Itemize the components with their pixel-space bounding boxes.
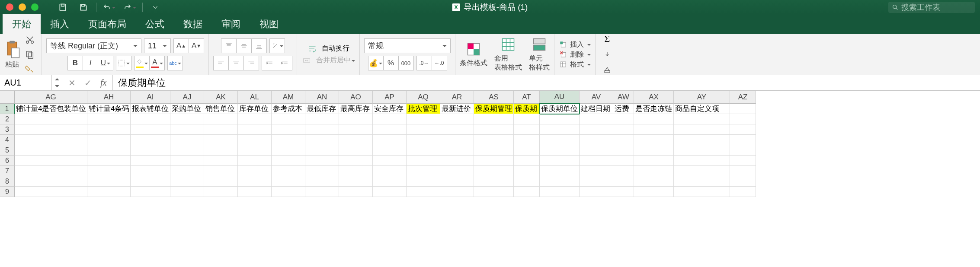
cell[interactable] bbox=[674, 135, 730, 145]
cell[interactable] bbox=[131, 124, 170, 135]
cell[interactable] bbox=[580, 124, 613, 135]
font-size-combo[interactable]: 11 bbox=[144, 38, 171, 53]
cell[interactable] bbox=[204, 114, 238, 124]
cell[interactable] bbox=[238, 114, 272, 124]
cell[interactable]: 辅计量4是否包装单位 bbox=[15, 104, 87, 114]
cell[interactable] bbox=[305, 145, 339, 156]
cell[interactable] bbox=[373, 156, 407, 166]
cell[interactable] bbox=[634, 187, 674, 197]
cell[interactable] bbox=[580, 114, 613, 124]
phonetic-button[interactable]: abc bbox=[167, 56, 183, 70]
cell[interactable]: 库存单位 bbox=[238, 104, 272, 114]
cell[interactable] bbox=[272, 135, 305, 145]
cell[interactable] bbox=[613, 114, 634, 124]
increase-indent-button[interactable] bbox=[277, 56, 292, 70]
column-header-AR[interactable]: AR bbox=[440, 91, 474, 104]
cell[interactable] bbox=[730, 156, 756, 166]
cell[interactable] bbox=[373, 114, 407, 124]
cell[interactable] bbox=[15, 124, 87, 135]
column-header-AJ[interactable]: AJ bbox=[170, 91, 204, 104]
cell[interactable] bbox=[272, 114, 305, 124]
cell[interactable] bbox=[15, 187, 87, 197]
search-box[interactable]: 搜索工作表 bbox=[888, 2, 975, 13]
cell[interactable] bbox=[407, 124, 440, 135]
cell[interactable] bbox=[634, 156, 674, 166]
cell[interactable] bbox=[15, 135, 87, 145]
cell[interactable] bbox=[474, 156, 514, 166]
cell[interactable] bbox=[540, 114, 580, 124]
cell[interactable] bbox=[373, 145, 407, 156]
decrease-font-button[interactable]: A▼ bbox=[189, 38, 204, 53]
fill-color-button[interactable] bbox=[134, 56, 150, 70]
cell[interactable] bbox=[440, 124, 474, 135]
cell[interactable] bbox=[474, 114, 514, 124]
cell[interactable] bbox=[131, 166, 170, 176]
column-header-AX[interactable]: AX bbox=[634, 91, 674, 104]
cell[interactable] bbox=[339, 124, 373, 135]
cell[interactable] bbox=[674, 145, 730, 156]
cell[interactable] bbox=[170, 124, 204, 135]
cell[interactable]: 运费 bbox=[613, 104, 634, 114]
cell[interactable] bbox=[580, 176, 613, 187]
cell[interactable] bbox=[87, 176, 131, 187]
cell[interactable] bbox=[613, 176, 634, 187]
cell[interactable] bbox=[373, 176, 407, 187]
customize-qat-button[interactable] bbox=[146, 1, 164, 14]
format-cells-button[interactable]: 格式 bbox=[559, 60, 591, 69]
cell[interactable] bbox=[634, 176, 674, 187]
cell[interactable] bbox=[674, 114, 730, 124]
wrap-text-button[interactable]: 自动换行 bbox=[322, 44, 349, 53]
cut-button[interactable] bbox=[22, 33, 37, 46]
cell[interactable] bbox=[87, 135, 131, 145]
cell[interactable] bbox=[407, 176, 440, 187]
row-header-6[interactable]: 6 bbox=[0, 156, 15, 166]
cell[interactable] bbox=[305, 156, 339, 166]
underline-button[interactable]: U bbox=[98, 56, 113, 70]
cell[interactable]: 最高库存 bbox=[339, 104, 373, 114]
cell[interactable] bbox=[407, 156, 440, 166]
tab-formulas[interactable]: 公式 bbox=[136, 13, 174, 34]
row-header-7[interactable]: 7 bbox=[0, 166, 15, 176]
cell[interactable] bbox=[204, 156, 238, 166]
cell[interactable]: 最低库存 bbox=[305, 104, 339, 114]
cell[interactable]: 安全库存 bbox=[373, 104, 407, 114]
borders-button[interactable] bbox=[116, 56, 131, 70]
column-header-AN[interactable]: AN bbox=[305, 91, 339, 104]
clear-button[interactable] bbox=[600, 64, 615, 76]
cell[interactable] bbox=[305, 124, 339, 135]
format-as-table-button[interactable]: 套用 表格格式 bbox=[494, 37, 522, 72]
tab-insert[interactable]: 插入 bbox=[41, 13, 79, 34]
cell[interactable] bbox=[204, 135, 238, 145]
cell[interactable] bbox=[238, 135, 272, 145]
cell[interactable] bbox=[613, 166, 634, 176]
cell[interactable] bbox=[580, 156, 613, 166]
cell[interactable] bbox=[204, 176, 238, 187]
cell[interactable] bbox=[373, 135, 407, 145]
cell[interactable] bbox=[407, 166, 440, 176]
cell[interactable] bbox=[204, 145, 238, 156]
cell[interactable] bbox=[15, 114, 87, 124]
bold-button[interactable]: B bbox=[67, 56, 83, 70]
cell[interactable]: 最新进价 bbox=[440, 104, 474, 114]
cell[interactable] bbox=[87, 156, 131, 166]
cell[interactable] bbox=[674, 176, 730, 187]
tab-review[interactable]: 审阅 bbox=[212, 13, 250, 34]
column-header-AI[interactable]: AI bbox=[131, 91, 170, 104]
cell[interactable] bbox=[170, 156, 204, 166]
cell[interactable] bbox=[204, 166, 238, 176]
cell[interactable] bbox=[674, 166, 730, 176]
cell[interactable] bbox=[580, 166, 613, 176]
cell[interactable] bbox=[440, 187, 474, 197]
row-header-4[interactable]: 4 bbox=[0, 135, 15, 145]
cell[interactable] bbox=[634, 135, 674, 145]
column-header-AT[interactable]: AT bbox=[514, 91, 540, 104]
cancel-formula-button[interactable]: ✕ bbox=[68, 78, 76, 88]
maximize-window-button[interactable] bbox=[31, 3, 38, 11]
cell[interactable] bbox=[474, 145, 514, 156]
format-painter-button[interactable] bbox=[22, 63, 37, 76]
cell[interactable] bbox=[407, 114, 440, 124]
align-left-button[interactable] bbox=[213, 56, 229, 70]
cell[interactable] bbox=[440, 166, 474, 176]
cell[interactable] bbox=[131, 145, 170, 156]
cell[interactable]: 保质期管理 bbox=[474, 104, 514, 114]
